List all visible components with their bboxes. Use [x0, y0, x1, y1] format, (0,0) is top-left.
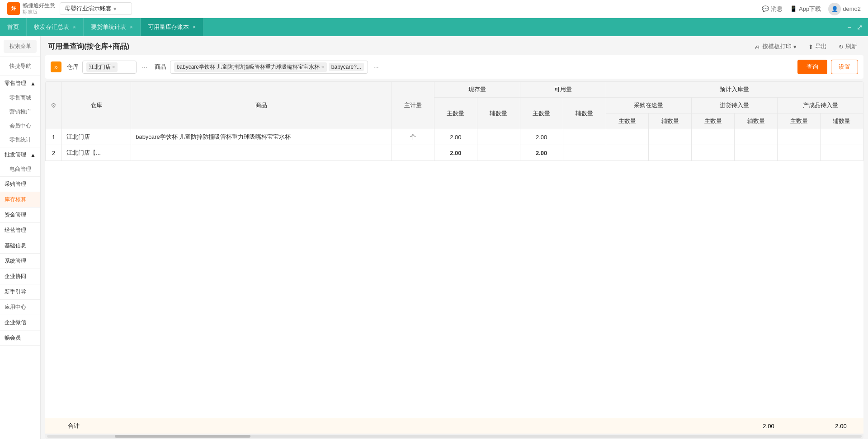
tab-home-label: 首页: [7, 23, 19, 31]
filter-product-tag1-remove[interactable]: ×: [321, 64, 324, 70]
col-avail-main: 主数量: [520, 98, 563, 129]
sidebar-item-ecommerce[interactable]: 电商管理: [0, 162, 40, 176]
col-inbound-main: 主数量: [692, 113, 735, 129]
cell-index: 1: [46, 129, 62, 145]
sidebar-item-quick-nav[interactable]: 快捷导航: [0, 59, 40, 74]
sidebar-section-guide-header[interactable]: 新手引导: [0, 284, 40, 299]
cell-product: [131, 145, 392, 161]
sidebar-search-area: 搜索菜单: [0, 36, 40, 57]
export-label: 导出: [815, 42, 827, 51]
sidebar-section-inventory-label: 库存核算: [5, 196, 26, 203]
app-download-button[interactable]: 📱 App下载: [790, 5, 821, 13]
logo: 好 畅捷通好生意 标准版: [7, 2, 55, 15]
cell-index: 2: [46, 145, 62, 161]
sidebar-section-basics-header[interactable]: 基础信息: [0, 238, 40, 253]
tab-order-stats-label: 要货单统计表: [91, 23, 126, 31]
content-area: 可用量查询(按仓库+商品) 🖨 按模板打印 ▾ ⬆ 导出 ↻ 刷新 »: [41, 36, 868, 439]
col-purchase-sub: 辅数量: [649, 113, 692, 129]
tab-order-stats[interactable]: 要货单统计表 ×: [84, 18, 141, 36]
sidebar-section-purchase: 采购管理: [0, 177, 40, 192]
filter-warehouse-group: 仓库 江北门店 × ···: [67, 61, 149, 74]
filter-product-input[interactable]: babycare学饮杯 儿童防摔防撞吸管杯重力球吸嘴杯宝宝水杯 × babyca…: [170, 61, 368, 74]
footer-avail-main: 2.00: [823, 423, 859, 430]
col-prod-sub: 辅数量: [820, 113, 863, 129]
message-label: 消息: [771, 5, 783, 13]
chevron-down-icon: ▾: [113, 5, 117, 12]
tab-receivable[interactable]: 收发存汇总表 ×: [27, 18, 84, 36]
sidebar-section-retail-header[interactable]: 零售管理 ▲: [0, 76, 40, 91]
tab-home[interactable]: 首页: [0, 18, 27, 36]
table-row: 1 江北门店 babycare学饮杯 儿童防摔防撞吸管杯重力球吸嘴杯宝宝水杯 个…: [46, 129, 863, 145]
sidebar-section-finance-header[interactable]: 资金管理: [0, 208, 40, 222]
table-container: ⚙ 仓库 商品 主计量 现存量 可用量 预计入库量 主数量 辅数量 主数量 辅数…: [45, 81, 863, 439]
sidebar-section-system: 系统管理: [0, 254, 40, 269]
cell-warehouse: 江北门店: [62, 129, 131, 145]
cell-purchase-main: [606, 145, 649, 161]
search-menu-button[interactable]: 搜索菜单: [4, 40, 37, 53]
minimize-button[interactable]: －: [846, 23, 853, 32]
sidebar-item-member[interactable]: 会员中心: [0, 119, 40, 133]
tab-available-stock[interactable]: 可用量库存账本 ×: [141, 18, 203, 36]
col-purchase-main: 主数量: [606, 113, 649, 129]
filter-warehouse-more[interactable]: ···: [140, 63, 149, 71]
page-actions: 🖨 按模板打印 ▾ ⬆ 导出 ↻ 刷新: [751, 41, 861, 52]
sidebar-section-member2-header[interactable]: 畅会员: [0, 330, 40, 345]
cell-main-unit: [392, 145, 434, 161]
logo-text-block: 畅捷通好生意 标准版: [23, 2, 55, 15]
cell-avail-main: 2.00: [520, 145, 563, 161]
logo-sub-text: 标准版: [23, 9, 55, 15]
cell-purchase-main: [606, 129, 649, 145]
sidebar-section-apps-header[interactable]: 应用中心: [0, 300, 40, 315]
cell-main-unit: 个: [392, 129, 434, 145]
sidebar-section-system-header[interactable]: 系统管理: [0, 254, 40, 269]
cell-inbound-sub: [735, 129, 778, 145]
filter-product-value2: babycare?...: [331, 64, 361, 70]
col-production-pending: 产成品待入量: [778, 98, 863, 113]
cell-prod-main: [778, 129, 821, 145]
tab-available-stock-close[interactable]: ×: [193, 24, 196, 30]
horizontal-scrollbar[interactable]: [45, 434, 863, 439]
cell-stock-sub: [477, 129, 520, 145]
scrollbar-thumb[interactable]: [115, 435, 250, 438]
filter-warehouse-remove[interactable]: ×: [112, 64, 115, 70]
filter-warehouse-input[interactable]: 江北门店 ×: [82, 61, 137, 74]
refresh-button[interactable]: ↻ 刷新: [835, 41, 861, 52]
sidebar-item-retail-stats[interactable]: 零售统计: [0, 133, 40, 147]
sidebar-item-retail-mall[interactable]: 零售商城: [0, 91, 40, 105]
query-button[interactable]: 查询: [797, 60, 827, 74]
filter-toggle-button[interactable]: »: [51, 61, 61, 72]
settings-button[interactable]: 设置: [831, 60, 858, 74]
chevron-up-icon: ▲: [30, 80, 36, 87]
filter-product-tag1: babycare学饮杯 儿童防摔防撞吸管杯重力球吸嘴杯宝宝水杯 ×: [174, 62, 327, 72]
sidebar-section-wholesale-header[interactable]: 批发管理 ▲: [0, 147, 40, 162]
sidebar-section-operations: 经营管理: [0, 223, 40, 238]
export-button[interactable]: ⬆ 导出: [805, 41, 830, 52]
col-avail-sub: 辅数量: [563, 98, 606, 129]
sidebar-section-wechat: 企业微信: [0, 315, 40, 330]
settings-icon[interactable]: ⚙: [51, 102, 57, 109]
tab-order-stats-close[interactable]: ×: [130, 24, 133, 30]
user-avatar-button[interactable]: 👤 demo2: [828, 3, 861, 15]
print-template-button[interactable]: 🖨 按模板打印 ▾: [751, 41, 800, 52]
maximize-button[interactable]: ⤢: [857, 23, 863, 32]
col-inbound-pending: 进货待入量: [692, 98, 778, 113]
sidebar-item-marketing[interactable]: 营销推广: [0, 105, 40, 119]
col-settings: ⚙: [46, 82, 62, 129]
company-selector[interactable]: 母婴行业演示账套 ▾: [60, 2, 132, 15]
sidebar-section-purchase-header[interactable]: 采购管理: [0, 177, 40, 192]
sidebar-section-collab-header[interactable]: 企业协同: [0, 269, 40, 284]
print-template-label: 按模板打印: [762, 42, 792, 51]
cell-inbound-main: [692, 129, 735, 145]
message-button[interactable]: 💬 消息: [762, 5, 783, 13]
cell-prod-sub: [820, 129, 863, 145]
sidebar-section-operations-header[interactable]: 经营管理: [0, 223, 40, 238]
filter-product-more[interactable]: ···: [372, 63, 381, 71]
sidebar-section-wechat-header[interactable]: 企业微信: [0, 315, 40, 330]
tab-receivable-close[interactable]: ×: [73, 24, 76, 30]
col-warehouse: 仓库: [62, 82, 131, 129]
sidebar-section-inventory-header[interactable]: 库存核算: [0, 192, 40, 207]
sidebar-section-finance: 资金管理: [0, 208, 40, 223]
col-main-unit: 主计量: [392, 82, 434, 129]
sidebar-section-purchase-label: 采购管理: [5, 180, 26, 188]
printer-icon: 🖨: [755, 43, 760, 50]
